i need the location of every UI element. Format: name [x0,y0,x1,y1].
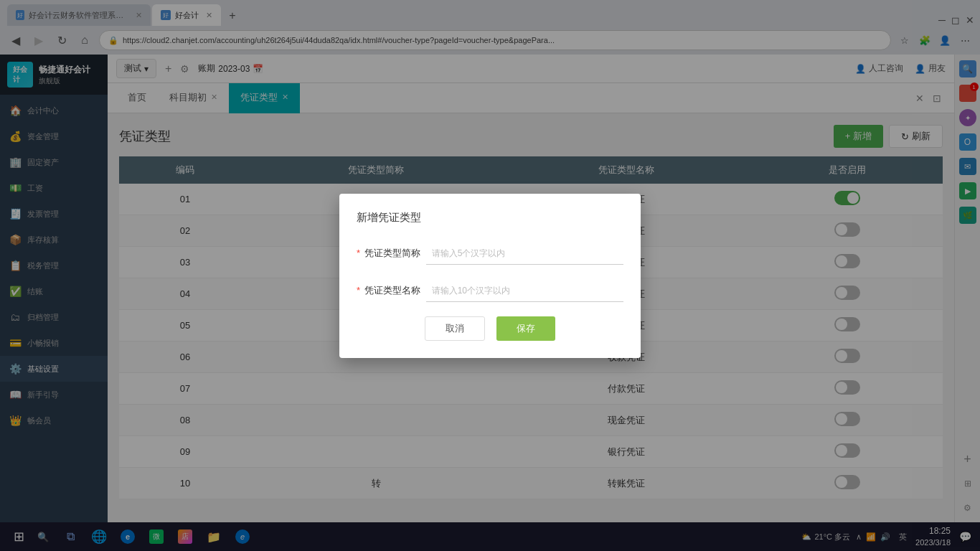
form-row-short: * 凭证类型简称 [357,242,623,265]
short-name-label-text: 凭证类型简称 [364,248,420,258]
cancel-button[interactable]: 取消 [425,316,485,341]
full-name-label-text: 凭证类型名称 [364,285,420,296]
form-row-full: * 凭证类型名称 [357,279,623,302]
short-name-label: * 凭证类型简称 [357,247,426,260]
short-name-input[interactable] [426,242,623,265]
required-star-2: * [357,285,360,296]
modal-title: 新增凭证类型 [357,211,623,225]
full-name-label: * 凭证类型名称 [357,284,426,297]
add-voucher-type-modal: 新增凭证类型 * 凭证类型简称 * 凭证类型名称 取消 保存 [339,194,641,358]
required-star: * [357,248,360,258]
full-name-input[interactable] [426,279,623,302]
modal-footer: 取消 保存 [357,316,623,341]
save-button[interactable]: 保存 [496,316,555,341]
modal-overlay[interactable]: 新增凭证类型 * 凭证类型简称 * 凭证类型名称 取消 保存 [0,0,980,551]
